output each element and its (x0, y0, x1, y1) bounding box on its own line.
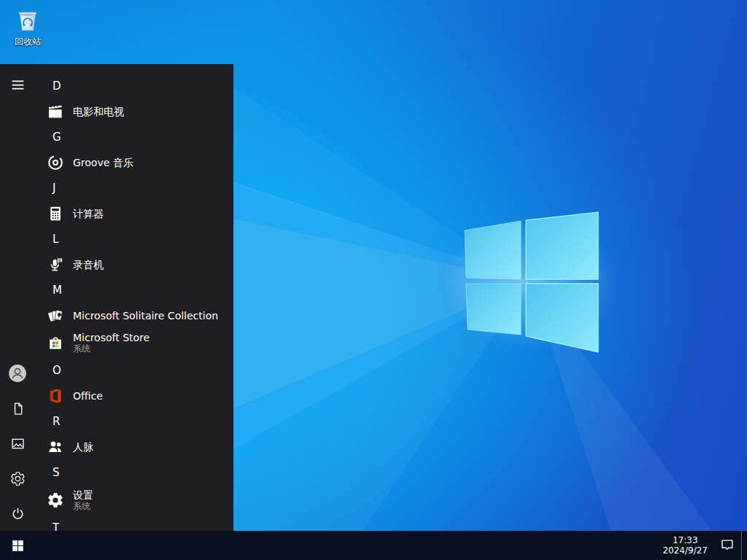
office-icon (45, 386, 66, 406)
section-header-G[interactable]: G (35, 124, 233, 150)
movies-tv-icon (45, 101, 66, 122)
section-header-J[interactable]: J (35, 175, 233, 201)
settings-icon (45, 490, 66, 510)
avatar-icon (8, 364, 27, 383)
app-subtitle: 系统 (73, 501, 93, 511)
show-desktop-button[interactable] (741, 531, 747, 560)
app-item[interactable]: 人脉 (35, 435, 233, 459)
app-name: 电影和电视 (73, 106, 124, 117)
app-item[interactable]: 计算器 (35, 201, 233, 226)
clock-date: 2024/9/27 (662, 545, 708, 556)
recycle-bin-label: 回收站 (15, 36, 41, 48)
recycle-bin-shortcut[interactable]: 回收站 (4, 4, 51, 48)
rail-button-user-account[interactable] (0, 356, 35, 391)
app-name: Groove 音乐 (73, 157, 133, 168)
start-menu-rail (0, 64, 35, 531)
app-name: Office (73, 390, 103, 402)
app-name: 人脉 (73, 441, 93, 453)
section-header-R[interactable]: R (35, 408, 233, 435)
rail-button-power[interactable] (0, 496, 35, 531)
rail-button-settings[interactable] (0, 461, 35, 496)
power-icon (10, 506, 26, 521)
app-text: 录音机 (73, 259, 104, 271)
app-text: 计算器 (73, 208, 104, 219)
section-header-S[interactable]: S (35, 459, 233, 486)
app-text: Microsoft Solitaire Collection (73, 310, 218, 322)
documents-icon (10, 401, 26, 416)
start-menu: D电影和电视GGroove 音乐J计算器L录音机MMicrosoft Solit… (0, 64, 233, 531)
section-header-L[interactable]: L (35, 226, 233, 252)
settings-outline-icon (10, 471, 26, 486)
section-header-D[interactable]: D (35, 73, 233, 99)
voice-recorder-icon (45, 254, 66, 275)
app-item[interactable]: 录音机 (35, 252, 233, 277)
app-text: 电影和电视 (73, 106, 124, 117)
app-name: 录音机 (73, 259, 104, 271)
app-text: 设置系统 (73, 489, 93, 511)
section-header-M[interactable]: M (35, 277, 233, 303)
app-name: 设置 (73, 489, 93, 501)
app-subtitle: 系统 (73, 343, 150, 354)
calculator-icon (45, 203, 66, 224)
taskbar-clock[interactable]: 17:33 2024/9/27 (657, 535, 713, 556)
people-icon (45, 437, 66, 457)
groove-music-icon (45, 152, 66, 173)
rail-bottom-group (0, 356, 35, 531)
app-item[interactable]: Microsoft Solitaire Collection (35, 303, 233, 328)
hamburger-icon (10, 77, 26, 93)
taskbar: 17:33 2024/9/27 (0, 531, 747, 560)
rail-top-group (0, 67, 35, 102)
app-item[interactable]: 设置系统 (35, 486, 233, 515)
rail-button-expand-menu[interactable] (0, 67, 35, 102)
app-name: Microsoft Solitaire Collection (73, 310, 218, 322)
recycle-bin-icon (12, 4, 43, 35)
action-center-button[interactable] (713, 531, 741, 560)
rail-button-pictures[interactable] (0, 426, 35, 461)
app-item[interactable]: Office (35, 384, 233, 408)
solitaire-icon (45, 306, 66, 326)
clock-time: 17:33 (662, 535, 708, 545)
start-button[interactable] (0, 531, 35, 560)
app-list: D电影和电视GGroove 音乐J计算器L录音机MMicrosoft Solit… (35, 64, 233, 531)
app-item[interactable]: Groove 音乐 (35, 150, 233, 175)
app-name: Microsoft Store (73, 332, 150, 343)
action-center-icon (719, 537, 735, 553)
app-text: Office (73, 390, 103, 402)
app-text: Microsoft Store系统 (73, 332, 150, 354)
rail-button-documents[interactable] (0, 391, 35, 426)
section-header-O[interactable]: O (35, 357, 233, 384)
app-text: 人脉 (73, 441, 93, 453)
section-header-T[interactable]: T (35, 515, 233, 531)
app-item[interactable]: Microsoft Store系统 (35, 328, 233, 357)
pictures-icon (10, 436, 26, 451)
app-text: Groove 音乐 (73, 157, 133, 168)
app-name: 计算器 (73, 208, 104, 219)
app-item[interactable]: 电影和电视 (35, 99, 233, 124)
store-icon (45, 332, 66, 353)
windows-flag-icon (11, 539, 25, 553)
